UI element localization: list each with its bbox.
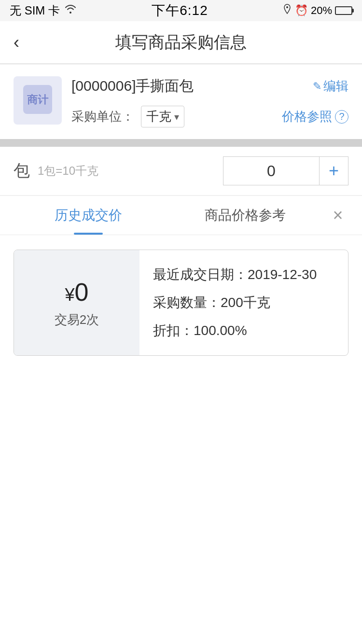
quantity-control: 0 +	[223, 156, 348, 185]
unit-select[interactable]: 千克 ▾	[141, 106, 184, 127]
product-logo: 商计	[23, 85, 52, 116]
status-left: 无 SIM 卡	[10, 3, 77, 18]
location-icon	[282, 4, 292, 17]
svg-point-0	[286, 6, 288, 8]
trade-count: 交易2次	[55, 311, 99, 328]
alarm-icon: ⏰	[295, 4, 308, 17]
quantity-label: 包 1包=10千克	[14, 160, 98, 182]
tab-active-indicator	[74, 233, 103, 235]
price-summary: ¥0 交易2次	[14, 250, 139, 355]
tab-history-price[interactable]: 历史成交价	[10, 196, 167, 235]
battery-icon	[335, 6, 352, 15]
quantity-plus-button[interactable]: +	[320, 156, 348, 185]
price-details: 最近成交日期：2019-12-30 采购数量：200千克 折扣：100.00%	[139, 250, 348, 355]
page-background	[0, 370, 362, 644]
back-button[interactable]: ‹	[14, 32, 19, 53]
tab-content: ¥0 交易2次 最近成交日期：2019-12-30 采购数量：200千克 折扣：…	[0, 235, 362, 370]
dropdown-arrow-icon: ▾	[174, 111, 179, 123]
product-info: [0000006]手撕面包 ✎ 编辑 采购单位： 千克 ▾ 价格参照 ?	[71, 76, 348, 127]
help-icon: ?	[335, 110, 348, 124]
status-time: 下午6:12	[152, 1, 208, 20]
nav-bar: ‹ 填写商品采购信息	[0, 21, 362, 64]
product-thumbnail: 商计	[14, 76, 62, 125]
discount-row: 折扣：100.00%	[153, 321, 334, 341]
product-card: 商计 [0000006]手撕面包 ✎ 编辑 采购单位： 千克 ▾	[0, 65, 362, 139]
unit-section: 采购单位： 千克 ▾	[71, 106, 184, 127]
price-amount: ¥0	[65, 278, 89, 307]
quantity-input[interactable]: 0	[223, 156, 320, 185]
quantity-row-detail: 采购数量：200千克	[153, 293, 334, 313]
tab-price-reference[interactable]: 商品价格参考	[167, 196, 323, 235]
latest-date-row: 最近成交日期：2019-12-30	[153, 265, 334, 285]
battery-percent: 20%	[311, 4, 332, 17]
tab-close-button[interactable]: ×	[323, 201, 352, 230]
svg-text:商计: 商计	[27, 94, 49, 106]
tabs-section: 历史成交价 商品价格参考 × ¥0 交易2次 最近成交日期：2019-12-30…	[0, 196, 362, 370]
price-card: ¥0 交易2次 最近成交日期：2019-12-30 采购数量：200千克 折扣：…	[14, 250, 348, 356]
edit-button[interactable]: ✎ 编辑	[313, 78, 348, 95]
quantity-row: 包 1包=10千克 0 +	[0, 147, 362, 195]
product-name: [0000006]手撕面包	[71, 76, 194, 96]
tabs-header: 历史成交价 商品价格参考 ×	[0, 196, 362, 235]
edit-icon: ✎	[313, 80, 321, 93]
status-bar: 无 SIM 卡 下午6:12 ⏰ 20%	[0, 0, 362, 21]
package-icon: 包	[14, 160, 30, 182]
status-right: ⏰ 20%	[282, 4, 352, 17]
section-divider	[0, 139, 362, 147]
page-title: 填写商品采购信息	[115, 31, 247, 54]
wifi-icon	[64, 4, 77, 17]
network-status: 无 SIM 卡	[10, 3, 60, 18]
price-reference-button[interactable]: 价格参照 ?	[282, 108, 348, 125]
